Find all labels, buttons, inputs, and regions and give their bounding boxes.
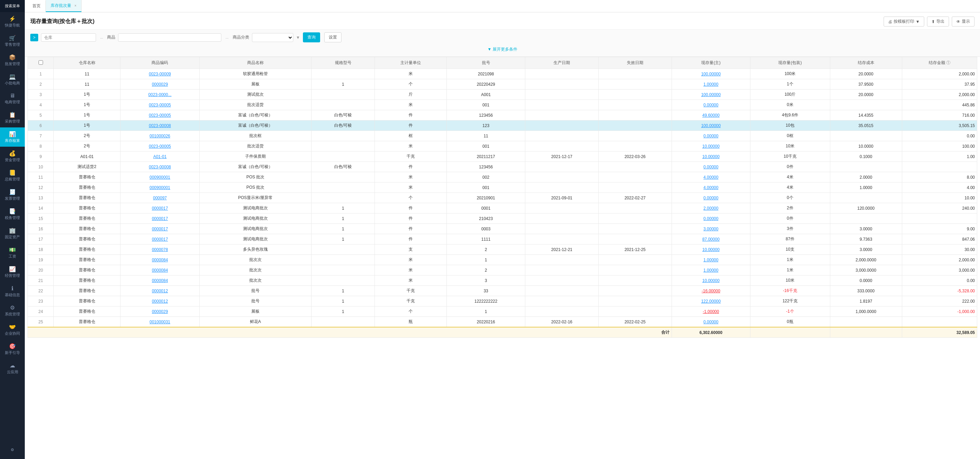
row-exp-date	[598, 306, 671, 317]
row-unit: 框	[375, 131, 447, 141]
table-container[interactable]: 仓库名称 商品编码 商品名称 规格型号 主计量单位 批号 生产日期 失效日期 现…	[25, 57, 980, 459]
row-amount: 0.00	[902, 276, 977, 286]
row-code: 0000017	[121, 224, 200, 234]
table-footer: 合计 6,302.60000 32,589.05	[28, 327, 977, 338]
display-icon: 👁	[956, 19, 960, 24]
sidebar-item-xiaopidian[interactable]: 💻 小批电商	[0, 70, 25, 89]
row-unit: 件	[375, 203, 447, 214]
sidebar-item-lingshou[interactable]: 🛒 零售管理	[0, 31, 25, 51]
sidebar: 搜索菜单 ⚡ 快捷导航 🛒 零售管理 📦 批发管理 💻 小批电商 🖥 电商管理 …	[0, 0, 25, 459]
row-spec	[312, 172, 375, 183]
row-exp-date	[598, 234, 671, 244]
sidebar-item-qiyexietong[interactable]: 🤝 企业协同	[0, 320, 25, 339]
col-warehouse: 仓库名称	[54, 57, 121, 69]
row-code: 0023-00005	[121, 110, 200, 121]
row-unit: 件	[375, 234, 447, 244]
row-num: 22	[28, 286, 54, 296]
row-spec	[312, 141, 375, 151]
table-row: 17 普赛格仓 0000017 测试电商批次 1 件 1111 87.00000…	[28, 234, 977, 244]
row-batch: 20211217	[447, 151, 525, 162]
row-amount: 2,000.00	[902, 69, 977, 79]
row-code: 000900001	[121, 172, 200, 183]
row-amount: 9.00	[902, 224, 977, 234]
table-body: 1 11 0023-00009 软胶通用枪管 米 2021098 100.000…	[28, 69, 977, 327]
sidebar-item-yunyingyong[interactable]: ☁ 云应用	[0, 359, 25, 378]
row-batch: 002	[447, 172, 525, 183]
expand-conditions-button[interactable]: ▼ 展开更多条件	[30, 45, 975, 54]
col-code: 商品编码	[121, 57, 200, 69]
row-amount: -5,328.00	[902, 286, 977, 296]
row-batch: 0001	[447, 203, 525, 214]
sidebar-settings-button[interactable]: ⚙	[0, 444, 25, 456]
sidebar-item-shuiwu[interactable]: 📑 税务管理	[0, 204, 25, 224]
row-name: 批次适货	[199, 141, 311, 151]
row-code: 0000029	[121, 79, 200, 89]
row-warehouse: 普赛格仓	[54, 172, 121, 183]
tab-home[interactable]: 首页	[27, 0, 46, 12]
category-select[interactable]	[252, 33, 293, 42]
sidebar-item-kuaijie[interactable]: ⚡ 快捷导航	[0, 12, 25, 31]
sidebar-item-zongzhang[interactable]: 📒 总账管理	[0, 166, 25, 185]
col-checkbox[interactable]	[28, 57, 54, 69]
sidebar-item-xinshou[interactable]: 🎯 新手引导	[0, 339, 25, 359]
row-prod-date	[525, 306, 598, 317]
tab-close-button[interactable]: ×	[74, 4, 76, 8]
row-name: 批次次	[199, 276, 311, 286]
sidebar-item-fapiao[interactable]: 🧾 发票管理	[0, 185, 25, 204]
qiyexietong-icon: 🤝	[2, 324, 24, 330]
select-all-checkbox[interactable]	[38, 60, 43, 65]
row-qty-pkg: -16千克	[750, 286, 830, 296]
filter-expand-button[interactable]: >	[30, 34, 38, 41]
row-name: 测试电商批次	[199, 214, 311, 224]
row-warehouse: 普赛格仓	[54, 276, 121, 286]
row-prod-date	[525, 296, 598, 306]
sidebar-item-gongzi[interactable]: 💵 工资	[0, 243, 25, 262]
row-name: 展板	[199, 306, 311, 317]
row-code: 0000084	[121, 276, 200, 286]
row-batch: 210423	[447, 214, 525, 224]
row-unit: 件	[375, 214, 447, 224]
sidebar-item-dianshang[interactable]: 🖥 电商管理	[0, 89, 25, 108]
sidebar-item-pifa[interactable]: 📦 批发管理	[0, 51, 25, 70]
row-prod-date	[525, 110, 598, 121]
sidebar-item-zijin[interactable]: 💰 资金管理	[0, 147, 25, 166]
row-batch: 2021098	[447, 69, 525, 79]
page-content: 现存量查询(按仓库＋批次) 🖨 按模板打印 ▼ ⬆ 导出 👁 显示	[25, 13, 980, 459]
row-amount: 445.86	[902, 100, 977, 110]
goods-input[interactable]	[118, 33, 221, 41]
sidebar-item-jichu[interactable]: ℹ 基础信息	[0, 282, 25, 301]
sidebar-item-caigou[interactable]: 📋 采购管理	[0, 108, 25, 128]
sidebar-item-gudingzichan[interactable]: 🏢 固定资产	[0, 224, 25, 243]
table-row: 6 1号 0023-00008 富诚（白色/可棱） 白色/可棱 件 123 10…	[28, 121, 977, 131]
sidebar-item-kucun[interactable]: 📊 库存核算	[0, 128, 25, 147]
row-prod-date	[525, 172, 598, 183]
row-warehouse: 普赛格仓	[54, 234, 121, 244]
row-num: 5	[28, 110, 54, 121]
row-spec: 白色/可棱	[312, 110, 375, 121]
warehouse-input[interactable]	[41, 33, 96, 41]
export-button[interactable]: ⬆ 导出	[927, 16, 949, 27]
table-row: 22 普赛格仓 0000012 批号 1 千克 33 -16.00000 -16…	[28, 286, 977, 296]
row-prod-date: 2021-12-17	[525, 151, 598, 162]
settings-detail-button[interactable]: 设置	[324, 32, 342, 42]
row-qty-pkg: 4米	[750, 183, 830, 193]
row-unit: 米	[375, 183, 447, 193]
row-prod-date	[525, 234, 598, 244]
search-button[interactable]: 查询	[303, 32, 320, 42]
row-num: 1	[28, 69, 54, 79]
sidebar-item-xitong[interactable]: ⚙ 系统管理	[0, 301, 25, 320]
row-prod-date	[525, 89, 598, 100]
row-amount: 847.06	[902, 234, 977, 244]
row-code: 0000084	[121, 255, 200, 265]
print-button[interactable]: 🖨 按模板打印 ▼	[884, 16, 924, 27]
row-name: 批次次	[199, 255, 311, 265]
row-num: 6	[28, 121, 54, 131]
row-exp-date	[598, 203, 671, 214]
kuaijie-icon: ⚡	[2, 16, 24, 22]
display-button[interactable]: 👁 显示	[952, 16, 975, 27]
row-qty-pkg: 87件	[750, 234, 830, 244]
sidebar-logo[interactable]: 搜索菜单	[0, 0, 25, 12]
tab-kucun-pici[interactable]: 库存批次量 ×	[46, 0, 81, 12]
row-code: 001000026	[121, 131, 200, 141]
sidebar-item-jingying[interactable]: 📈 经营管理	[0, 262, 25, 282]
